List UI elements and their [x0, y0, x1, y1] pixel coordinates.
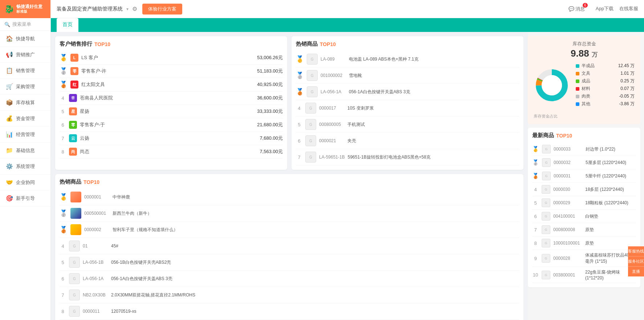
sidebar-item-label: 系统管理 [16, 163, 35, 170]
online-service[interactable]: 在线客服 [619, 5, 638, 12]
product-img: G [542, 198, 550, 207]
sidebar-item-marketing[interactable]: 📢 营销推广 [0, 47, 50, 63]
product-img: G [69, 257, 80, 268]
dropdown-icon[interactable]: ▾ [126, 7, 129, 12]
product-img: G [69, 241, 80, 251]
sidebar-item-purchase[interactable]: 🛒 采购管理 [0, 79, 50, 95]
product-img: G [69, 306, 80, 317]
rank-number: 7 [60, 292, 66, 298]
table-row: 6 零 零售客户-于 21,680.00元 [60, 118, 283, 132]
legend-value: 0.07 万 [620, 86, 635, 92]
product-code: 004100001 [553, 214, 582, 219]
search-menu[interactable]: 🔍 搜索菜单 [0, 18, 50, 31]
table-row: 8 尚 尚态 7,563.00元 [60, 145, 283, 159]
product-name: 电池盖 LA-089 ABS本色+黑种 7.1克 [349, 56, 519, 62]
rank-number: 8 [60, 309, 66, 314]
product-name: 12070519-xs [111, 309, 519, 314]
float-btn-community[interactable]: 服务社区 [628, 257, 644, 267]
inventory-label: 库存总资金 [534, 41, 635, 47]
purchase-icon: 🛒 [6, 83, 13, 90]
logo-icon: 🐉 [4, 4, 14, 14]
hot-products-list: 🥇 0000001 中华神鹿 🥈 000500001 新西兰牛肉（新牛） 🥉 [60, 189, 519, 320]
avatar: 星 [69, 107, 77, 115]
customer-name: 苍南县人民医院 [80, 95, 254, 101]
sidebar-item-collaboration[interactable]: 🤝 企业协同 [0, 175, 50, 190]
customer-name: 星扬 [80, 108, 254, 115]
list-item: 🥈 G 0000032 5厘多层 (1220*2440) [532, 156, 636, 169]
rank-number: 6 [532, 214, 539, 219]
product-name: 5厘中纤 (1220*2440) [586, 173, 636, 179]
sidebar-item-finance[interactable]: 💰 资金管理 [0, 111, 50, 127]
medal-icon: 🥉 [532, 173, 539, 179]
message-area[interactable]: 💬 消息6 [568, 5, 590, 12]
sidebar-item-inventory[interactable]: 📦 库存核算 [0, 95, 50, 111]
sidebar-item-basics[interactable]: 📁 基础信息 [0, 143, 50, 159]
product-img: G [542, 185, 550, 194]
search-label: 搜索菜单 [12, 21, 31, 28]
sidebar-item-label: 库存核算 [16, 99, 35, 106]
message-badge: 6 [583, 3, 588, 8]
product-code: LA-056-1A [321, 89, 346, 94]
hot-products-top: TOP10 [83, 179, 99, 185]
sidebar-item-operations[interactable]: 📊 经营管理 [0, 127, 50, 143]
hot-products-card: 热销商品 TOP10 🥇 0000001 中华神鹿 🥈 000500001 [55, 174, 523, 320]
legend-dot [576, 79, 579, 83]
legend-dot [576, 102, 579, 106]
list-item: 🥇 G LA-089 电池盖 LA-089 ABS本色+黑种 7.1克 [296, 51, 519, 67]
legend-value: 0.25 万 [620, 78, 635, 84]
float-btn-live[interactable]: 直播 [628, 267, 644, 276]
new-products-header: 最新商品 TOP10 [532, 132, 636, 139]
legend-item: 材料 0.07 万 [576, 86, 635, 92]
legend-value: 1.01 万 [620, 70, 635, 77]
rank-number: 5 [532, 200, 539, 206]
gear-icon[interactable]: ⚙ [132, 5, 137, 12]
hot-products-header: 热销商品 TOP10 [60, 179, 519, 185]
sidebar-item-guide[interactable]: 🎯 新手引导 [0, 190, 50, 206]
medal-icon: 🥉 [60, 226, 68, 234]
product-name: 雪地靴 [349, 73, 519, 79]
list-item: 9 G 0000028 体减嘉枝味苏打饮品400毫升 (1*15) [532, 250, 636, 267]
product-code: 0000029 [553, 200, 582, 205]
rank-number: 5 [60, 109, 66, 114]
sidebar-item-system[interactable]: ⚙️ 系统管理 [0, 159, 50, 175]
table-row: 4 杏 苍南县人民医院 36,600.00元 [60, 91, 283, 105]
product-code: 001000002 [321, 73, 346, 78]
medal-icon: 🥉 [60, 81, 68, 89]
top-sold-title: 热销商品 [296, 41, 318, 48]
product-img: G [307, 54, 318, 65]
product-img: G [305, 135, 316, 146]
list-item: 🥉 G LA-056-1A 056-1A白色按键开关盖ABS 3克 [296, 84, 519, 100]
inventory-amount: 9.88 万 [534, 48, 635, 59]
main-wrapper: 装备及固定资产辅助管理系统 ▾ ⚙ 体验行业方案 💬 消息6 App下载 在线客… [51, 0, 644, 320]
new-products-title: 最新商品 [532, 132, 554, 139]
marketing-icon: 📢 [6, 51, 13, 58]
try-button[interactable]: 体验行业方案 [142, 4, 182, 15]
inventory-icon: 📦 [6, 99, 13, 106]
medal-icon: 🥇 [532, 146, 539, 152]
sidebar-item-sales[interactable]: 📋 销售管理 [0, 63, 50, 79]
tab-home[interactable]: 首页 [57, 18, 78, 32]
product-name: 5厘多层 (1220*2440) [586, 160, 636, 166]
product-name: 18多层 (1220*2440) [585, 186, 636, 193]
product-code: 0000028 [553, 256, 582, 261]
app-download[interactable]: App下载 [596, 5, 614, 12]
new-products-list: 🥇 G 0000033 封边带 (1.0*22) 🥈 G 0000032 5厘多… [532, 143, 636, 283]
customer-ranking-title: 客户销售排行 [60, 41, 92, 48]
product-img: G [307, 70, 318, 81]
float-btn-service[interactable]: 客服热线 [628, 246, 644, 257]
list-item: 7 G NB2.0X30B 2.0X30MM双搓花轴,搓花直径2.1MM/ROH… [60, 287, 519, 303]
app-name: 畅捷通好生意 [16, 4, 42, 9]
product-img: G [542, 145, 551, 153]
rank-number: 4 [60, 243, 66, 249]
topbar: 装备及固定资产辅助管理系统 ▾ ⚙ 体验行业方案 💬 消息6 App下载 在线客… [51, 0, 644, 18]
inventory-card: 库存总资金 9.88 万 [528, 36, 640, 124]
sidebar-item-label: 销售管理 [16, 67, 35, 74]
list-item: 🥈 G 001000002 雪地靴 [296, 67, 519, 84]
customer-amount: 36,600.00元 [257, 95, 283, 101]
product-code: 0000017 [319, 106, 345, 111]
float-buttons: 客服热线 服务社区 直播 [628, 246, 644, 276]
customer-amount: 51,183.00元 [257, 68, 283, 74]
sidebar-item-quicknav[interactable]: 🏠 快捷导航 [0, 31, 50, 47]
legend-item: 肉类 -0.05 万 [576, 93, 635, 99]
product-name: 056-1A白色按键开关盖ABS 3壳 [111, 276, 519, 282]
